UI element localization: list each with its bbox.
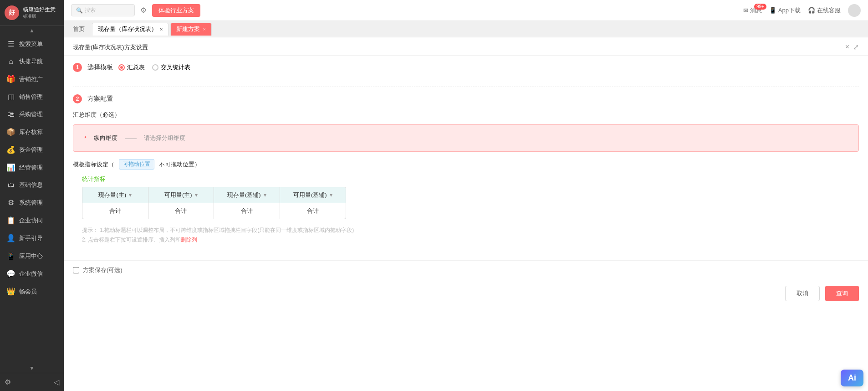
fixed-label: 不可拖动位置）: [159, 160, 200, 169]
tab-inventory-close[interactable]: ×: [160, 26, 163, 32]
dimension-field-label: 纵向维度: [94, 134, 117, 142]
col-header-1[interactable]: 现存量(主) ▾: [82, 187, 148, 203]
sidebar-item-label: 企业微信: [19, 270, 43, 278]
col1-chevron[interactable]: ▾: [129, 192, 132, 198]
radio-summary-circle: [118, 64, 125, 71]
messages-badge: 99+: [754, 4, 766, 10]
inventory-icon: 📦: [6, 128, 15, 136]
sidebar-item-apps[interactable]: 📱 应用中心: [0, 247, 64, 265]
user-avatar[interactable]: [848, 4, 861, 17]
sidebar-menu: ☰ 搜索菜单 ⌂ 快捷导航 🎁 营销推广 ◫ 销售管理 🛍 采购管理 📦 库存核…: [0, 35, 64, 364]
sidebar-item-inventory[interactable]: 📦 库存核算: [0, 123, 64, 141]
ai-badge[interactable]: Ai: [841, 370, 863, 386]
radio-summary[interactable]: 汇总表: [118, 63, 145, 72]
summary-dimension-label: 汇总维度（必选）: [73, 111, 859, 119]
sidebar-item-basic[interactable]: 🗂 基础信息: [0, 176, 64, 194]
sidebar-item-newbie[interactable]: 👤 新手引导: [0, 229, 64, 247]
col4-label: 可用量(基辅): [293, 191, 327, 199]
dimension-dash: ——: [125, 135, 137, 142]
radio-cross[interactable]: 交叉统计表: [152, 63, 190, 72]
collapse-icon[interactable]: ◁: [54, 378, 59, 386]
step2-header: 2 方案配置: [73, 94, 859, 103]
panel-header: 现存量(库存状况表)方案设置 × ⤢: [64, 37, 868, 56]
step2-label: 方案配置: [87, 95, 113, 103]
logo-icon: 好: [5, 5, 19, 20]
indicator-settings-label: 模板指标设定（: [73, 160, 114, 169]
gear-icon[interactable]: ⚙: [140, 6, 147, 15]
col-header-2[interactable]: 可用量(主) ▾: [148, 187, 214, 203]
stats-table-header: 现存量(主) ▾ 可用量(主) ▾ 现存量(基辅) ▾: [82, 187, 346, 203]
basic-icon: 🗂: [6, 181, 15, 189]
tip-highlight: 删除列: [181, 237, 197, 243]
col-header-3[interactable]: 现存量(基辅) ▾: [214, 187, 280, 203]
save-row: 方案保存(可选): [64, 260, 868, 280]
sidebar-item-wechat[interactable]: 💬 企业微信: [0, 265, 64, 283]
sales-icon: ◫: [6, 93, 15, 101]
trial-button[interactable]: 体验行业方案: [152, 4, 200, 17]
tips-section: 提示： 1.拖动标题栏可以调整布局，不可跨维度或指标区域拖拽栏目字段(只能在同一…: [73, 219, 859, 253]
sidebar-item-label: 企业协同: [19, 216, 43, 225]
required-mark: *: [84, 135, 87, 142]
col4-chevron[interactable]: ▾: [330, 192, 332, 198]
contract-icon: 📋: [6, 216, 15, 225]
app-name: 畅康通好生意: [23, 6, 56, 14]
sidebar: 好 畅康通好生意 标准版 ▲ ☰ 搜索菜单 ⌂ 快捷导航 🎁 营销推广 ◫ 销售…: [0, 0, 64, 391]
tip-1: 提示： 1.拖动标题栏可以调整布局，不可跨维度或指标区域拖拽栏目字段(只能在同一…: [82, 226, 850, 234]
sidebar-item-label: 营销推广: [19, 75, 43, 83]
sidebar-item-search[interactable]: ☰ 搜索菜单: [0, 35, 64, 53]
app-download-label: App下载: [778, 6, 801, 15]
app-download-button[interactable]: 📱 App下载: [769, 6, 801, 15]
sidebar-item-operation[interactable]: 📊 经营管理: [0, 159, 64, 176]
sidebar-item-shortcut[interactable]: ⌂ 快捷导航: [0, 53, 64, 70]
sidebar-item-label: 库存核算: [19, 128, 43, 136]
col-body-2: 合计: [148, 203, 214, 219]
tab-new-plan[interactable]: 新建方案 ×: [170, 23, 211, 36]
tab-inventory[interactable]: 现存量（库存状况表） ×: [92, 23, 168, 36]
sidebar-scroll-up[interactable]: ▲: [0, 26, 64, 35]
marketing-icon: 🎁: [6, 75, 15, 83]
radio-cross-label: 交叉统计表: [161, 63, 190, 72]
dimension-area: * 纵向维度 —— 请选择分组维度: [73, 124, 859, 152]
search-box[interactable]: 🔍 搜索: [71, 4, 135, 16]
service-button[interactable]: 🎧 在线客服: [808, 6, 841, 15]
tab-new-plan-close[interactable]: ×: [203, 26, 205, 32]
sidebar-item-marketing[interactable]: 🎁 营销推广: [0, 70, 64, 88]
stats-table-body: 合计 合计 合计 合计: [82, 203, 346, 219]
template-radio-group: 汇总表 交叉统计表: [118, 63, 190, 72]
sidebar-item-system[interactable]: ⚙ 系统管理: [0, 194, 64, 211]
col-header-4[interactable]: 可用量(基辅) ▾: [280, 187, 346, 203]
sidebar-item-sales[interactable]: ◫ 销售管理: [0, 88, 64, 106]
topbar: 🔍 搜索 ⚙ 体验行业方案 ✉ 消息 99+ 📱 App下载 🎧 在线客服: [64, 0, 868, 21]
col3-chevron[interactable]: ▾: [264, 192, 266, 198]
tab-home[interactable]: 首页: [67, 23, 90, 36]
footer-bar: 取消 查询: [64, 280, 868, 307]
close-icon[interactable]: ×: [845, 43, 849, 51]
sidebar-item-member[interactable]: 👑 畅会员: [0, 283, 64, 300]
topbar-right: ✉ 消息 99+ 📱 App下载 🎧 在线客服: [743, 4, 861, 17]
system-icon: ⚙: [6, 198, 15, 207]
sidebar-item-contract[interactable]: 📋 企业协同: [0, 211, 64, 229]
panel-title: 现存量(库存状况表)方案设置: [73, 43, 148, 51]
expand-icon[interactable]: ⤢: [853, 43, 859, 51]
sidebar-item-label: 采购管理: [19, 110, 43, 118]
sidebar-item-finance[interactable]: 💰 资金管理: [0, 141, 64, 159]
query-button[interactable]: 查询: [825, 286, 859, 301]
step1-section: 1 选择模板 汇总表 交叉统计表: [64, 56, 868, 87]
main-area: 🔍 搜索 ⚙ 体验行业方案 ✉ 消息 99+ 📱 App下载 🎧 在线客服: [64, 0, 868, 391]
messages-button[interactable]: ✉ 消息 99+: [743, 6, 762, 15]
col-body-4: 合计: [280, 203, 346, 219]
sidebar-item-purchase[interactable]: 🛍 采购管理: [0, 106, 64, 123]
settings-panel: 现存量(库存状况表)方案设置 × ⤢ 1 选择模板 汇总表: [64, 37, 868, 391]
save-checkbox[interactable]: [73, 267, 79, 273]
tab-inventory-label: 现存量（库存状况表）: [98, 25, 157, 33]
step2-section: 2 方案配置 汇总维度（必选） * 纵向维度 —— 请选择分组维度 模板指标设定…: [64, 87, 868, 260]
newbie-icon: 👤: [6, 234, 15, 242]
settings-icon[interactable]: ⚙: [5, 378, 11, 386]
cancel-button[interactable]: 取消: [785, 286, 820, 301]
col2-chevron[interactable]: ▾: [195, 192, 198, 198]
dimension-placeholder[interactable]: 请选择分组维度: [144, 134, 185, 142]
app-version: 标准版: [23, 13, 56, 20]
sidebar-item-label: 新手引导: [19, 234, 43, 242]
col2-label: 可用量(主): [164, 191, 192, 199]
sidebar-scroll-down[interactable]: ▼: [0, 364, 64, 373]
